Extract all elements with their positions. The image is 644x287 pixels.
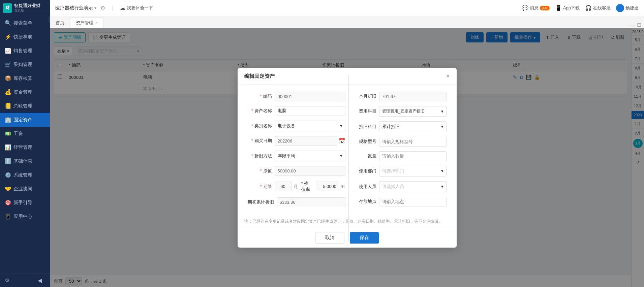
purchase-date-input[interactable] [275,136,337,146]
form-row-person: 使用人员 请选择人员 ▾ [352,181,447,192]
purchase-icon: 🛒 [5,61,11,68]
service-icon: 🎧 [585,5,592,11]
download-icon: 📱 [555,5,562,11]
tab-close-icon[interactable]: × [95,21,98,25]
form-row-original-value: * 原值 [248,166,345,176]
category-select[interactable]: 电子设备 ▾ [275,121,345,131]
residue-rate-input[interactable] [316,182,339,191]
form-row-purchase-date: * 购买日期 📅 [248,136,345,146]
code-input[interactable] [275,92,345,101]
modal-title: 编辑固定资产 [244,73,275,79]
sidebar-item-finance[interactable]: 💰 资金管理 [0,85,50,99]
tab-asset-management[interactable]: 资产管理 × [70,18,103,28]
sidebar-bottom: ⚙ ◀ [0,274,50,287]
form-row-department: 使用部门 请选择部门 ▾ [352,166,447,177]
app-edition: 普及版 [14,8,40,13]
form-row-expense-account: 费用科目 管理费用_固定资产折旧 ▾ [352,106,447,117]
user-avatar: 👤 [616,4,624,12]
tab-maximize-icon[interactable]: ⊡ [637,22,641,28]
form-row-location: 存放地点 [352,197,447,206]
sidebar-item-app-center[interactable]: 📱 应用中心 [0,210,50,223]
sidebar-item-ledger[interactable]: 📒 总账管理 [0,99,50,113]
sidebar-item-payroll[interactable]: 💵 工资 [0,127,50,140]
tab-home[interactable]: 首页 [50,18,70,28]
top-header: 医疗器械行业演示 ▾ ⚙ | ☁ 我要体验一下 💬 消息 99+ 📱 App下载… [50,0,644,16]
experience-btn[interactable]: ☁ 我要体验一下 [120,5,153,11]
app-logo: 财 [3,3,12,13]
person-select[interactable]: 请选择人员 ▾ [379,181,447,192]
cloud-icon: ☁ [120,5,125,11]
tabs-bar: 首页 资产管理 × — ⊡ [50,16,644,28]
cancel-button[interactable]: 取消 [315,232,344,244]
form-row-name: * 资产名称 [248,106,345,116]
form-row-monthly-depreciation: 本月折旧 [352,92,447,101]
depreciation-method-select[interactable]: 年限平均 ▾ [275,151,345,161]
system-icon: ⚙️ [5,172,11,178]
chevron-down-icon[interactable]: ▾ [94,6,96,10]
original-value-input[interactable] [275,166,345,176]
initial-depreciation-input[interactable] [277,197,345,207]
chevron-down-icon: ▾ [441,109,443,114]
monthly-depreciation-input[interactable] [379,92,447,101]
quick-nav-icon: ⚡ [5,34,11,40]
app-center-icon: 📱 [5,213,11,220]
basic-info-icon: ℹ️ [5,158,11,164]
tab-minimize-icon[interactable]: — [630,22,635,28]
depreciation-account-select[interactable]: 累计折旧 ▾ [379,121,447,132]
chevron-down-icon: ▾ [441,168,443,173]
department-select[interactable]: 请选择部门 ▾ [379,166,447,177]
sidebar-item-search[interactable]: 🔍 搜索菜单 [0,16,50,30]
modal-close-btn[interactable]: × [446,73,450,80]
form-divider [348,75,349,241]
expense-account-select[interactable]: 管理费用_固定资产折旧 ▾ [379,106,447,117]
settings-icon[interactable]: ⚙ [5,277,9,284]
modal-body: * 编码 * 资产名称 * 类别名称 [238,85,457,219]
form-right-col: 本月折旧 费用科目 管理费用_固定资产折旧 ▾ [349,92,450,212]
form-row-quantity: 数量 [352,151,447,161]
sidebar-item-quick-nav[interactable]: ⚡ 快捷导航 [0,30,50,44]
header-right: 💬 消息 99+ 📱 App下载 🎧 在线客服 👤 畅捷通 [522,4,639,12]
modal-footer: 取消 保存 [238,228,457,248]
message-badge: 99+ [540,6,550,10]
sidebar-item-inventory[interactable]: 📦 库存核算 [0,71,50,85]
spec-input[interactable] [379,137,447,147]
sidebar-item-basic-info[interactable]: ℹ️ 基础信息 [0,154,50,168]
sidebar-item-operations[interactable]: 📊 经营管理 [0,140,50,154]
form-row-initial-depreciation: 期初累计折旧 [248,197,345,207]
form-row-period: * 期限 月 * 残值率 % [248,181,345,193]
quantity-input[interactable] [379,151,447,161]
name-input[interactable] [275,106,345,116]
modal-header: 编辑固定资产 × [238,68,457,85]
sidebar-item-system[interactable]: ⚙️ 系统管理 [0,168,50,182]
calendar-icon[interactable]: 📅 [339,138,345,144]
payroll-icon: 💵 [5,130,11,137]
form-row-spec: 规格型号 [352,137,447,147]
message-btn[interactable]: 💬 消息 99+ [522,5,550,11]
chevron-down-icon: ▾ [441,184,443,189]
save-button[interactable]: 保存 [350,232,379,244]
collapse-icon[interactable]: ◀ [38,277,42,284]
guide-icon: 🎯 [5,199,11,206]
sidebar-item-sales[interactable]: 📈 销售管理 [0,44,50,58]
chevron-down-icon: ▾ [340,153,342,158]
sidebar: 财 畅捷通好业财 普及版 🔍 搜索菜单 ⚡ 快捷导航 📈 销售管理 🛒 采购管理… [0,0,50,287]
online-service-btn[interactable]: 🎧 在线客服 [585,5,611,11]
form-row-code: * 编码 [248,92,345,101]
sidebar-item-guide[interactable]: 🎯 新手引导 [0,196,50,210]
sidebar-item-purchase[interactable]: 🛒 采购管理 [0,58,50,71]
settings-header-icon[interactable]: ⚙ [100,5,105,11]
app-download-btn[interactable]: 📱 App下载 [555,5,580,11]
user-menu[interactable]: 👤 畅捷通 [616,4,639,12]
page-area: ☰ 资产明细 📄 变更生成凭证 刘账 + 新增 批量操作 ▾ [50,28,644,287]
location-input[interactable] [379,197,447,206]
company-name: 医疗器械行业演示 ▾ [55,5,96,11]
period-input[interactable] [275,182,292,191]
modal-note: 注：已经存在变更记录或者对应固定资产已经生成凭证，原值、购买日期、残值率、累计折… [238,219,457,228]
sales-icon: 📈 [5,47,11,54]
chevron-down-icon: ▾ [441,124,443,129]
sidebar-header: 财 畅捷通好业财 普及版 [0,0,50,16]
app-title: 畅捷通好业财 [14,3,40,8]
sidebar-item-fixed-assets[interactable]: 🏢 固定资产 [0,113,50,127]
sidebar-item-enterprise[interactable]: 🤝 企业协同 [0,182,50,196]
chevron-down-icon: ▾ [340,123,342,128]
